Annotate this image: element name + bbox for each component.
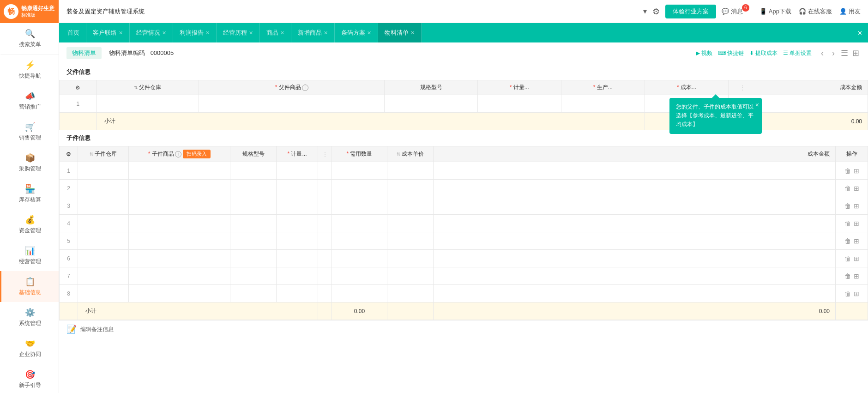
trial-button[interactable]: 体验行业方案 xyxy=(665,5,716,18)
list-view-btn[interactable]: ☰ xyxy=(839,48,850,58)
copy-icon-row-5[interactable]: ⊞ xyxy=(854,237,859,245)
tab-bom-close[interactable]: ✕ xyxy=(410,30,415,36)
child-row-3-unit[interactable] xyxy=(277,197,318,215)
sidebar-item-guide[interactable]: 🎯 新手引导 xyxy=(0,364,59,393)
child-row-7-goods[interactable] xyxy=(129,267,230,285)
tab-operation[interactable]: 经营情况 ✕ xyxy=(130,23,173,42)
user-item[interactable]: 👤 用友 xyxy=(839,7,861,16)
child-row-2-unit[interactable] xyxy=(277,180,318,197)
parent-col-resize[interactable]: ⋮ xyxy=(729,80,756,95)
copy-icon-row-6[interactable]: ⊞ xyxy=(854,255,859,262)
child-row-6-unit[interactable] xyxy=(277,250,318,267)
tab-customer-close[interactable]: ✕ xyxy=(119,30,123,36)
close-all-tabs[interactable]: ✕ xyxy=(854,30,866,36)
child-row-2-cost-amount[interactable] xyxy=(434,180,836,197)
parent-row-1-warehouse[interactable] xyxy=(96,95,199,113)
tab-profit[interactable]: 利润报告 ✕ xyxy=(173,23,217,42)
child-row-4-cost-amount[interactable] xyxy=(434,215,836,232)
child-row-6-cost-amount[interactable] xyxy=(434,250,836,267)
view-action[interactable]: ▶ 视频 xyxy=(696,49,712,57)
tab-history[interactable]: 经营历程 ✕ xyxy=(217,23,260,42)
child-row-1-cost-amount[interactable] xyxy=(434,162,836,180)
child-row-8-spec[interactable] xyxy=(230,285,277,302)
child-row-7-unit[interactable] xyxy=(277,267,318,285)
child-row-7-warehouse[interactable] xyxy=(78,267,129,285)
tab-home[interactable]: 首页 xyxy=(61,23,86,42)
child-row-4-goods[interactable] xyxy=(129,215,230,232)
message-item[interactable]: 💬 消息 6 xyxy=(722,7,752,16)
child-row-5-unit-price[interactable] xyxy=(387,232,434,250)
tab-new-goods[interactable]: 新增商品 ✕ xyxy=(291,23,335,42)
sidebar-item-search[interactable]: 🔍 搜索菜单 xyxy=(0,23,59,54)
child-row-8-quantity[interactable] xyxy=(332,285,387,302)
delete-icon-row-6[interactable]: 🗑 xyxy=(844,255,851,262)
child-row-4-unit[interactable] xyxy=(277,215,318,232)
child-goods-info-icon[interactable]: i xyxy=(175,151,181,157)
next-btn[interactable]: › xyxy=(828,48,838,58)
child-row-1-quantity[interactable] xyxy=(332,162,387,180)
child-row-2-spec[interactable] xyxy=(230,180,277,197)
extract-cost-action[interactable]: ⬇ 提取成本 xyxy=(749,49,778,57)
tab-profit-close[interactable]: ✕ xyxy=(205,30,210,36)
delete-icon-row-7[interactable]: 🗑 xyxy=(844,272,851,280)
tab-barcode-close[interactable]: ✕ xyxy=(367,30,371,36)
app-download-item[interactable]: 📱 App下载 xyxy=(760,7,791,16)
child-row-5-cost-amount[interactable] xyxy=(434,232,836,250)
child-row-6-unit-price[interactable] xyxy=(387,250,434,267)
copy-icon-row-1[interactable]: ⊞ xyxy=(854,167,859,175)
child-row-5-spec[interactable] xyxy=(230,232,277,250)
child-col-settings[interactable]: ⚙ xyxy=(60,146,78,162)
tab-new-goods-close[interactable]: ✕ xyxy=(324,30,328,36)
child-row-7-cost-amount[interactable] xyxy=(434,267,836,285)
shortcut-action[interactable]: ⌨ 快捷键 xyxy=(718,49,744,57)
topbar-dropdown-arrow[interactable]: ▾ xyxy=(643,7,647,16)
sidebar-item-sales[interactable]: 🛒 销售管理 xyxy=(0,116,59,147)
child-row-3-unit-price[interactable] xyxy=(387,197,434,215)
child-row-7-quantity[interactable] xyxy=(332,267,387,285)
sidebar-item-marketing[interactable]: 📣 营销推广 xyxy=(0,85,59,116)
parent-row-1-goods[interactable] xyxy=(199,95,385,113)
parent-row-1-cost-amount[interactable] xyxy=(756,95,868,113)
tooltip-close-btn[interactable]: × xyxy=(755,100,759,110)
parent-row-1-spec[interactable] xyxy=(385,95,477,113)
child-row-5-warehouse[interactable] xyxy=(78,232,129,250)
copy-icon-row-3[interactable]: ⊞ xyxy=(854,202,859,210)
parent-row-1-unit[interactable] xyxy=(477,95,561,113)
child-row-2-quantity[interactable] xyxy=(332,180,387,197)
child-row-7-unit-price[interactable] xyxy=(387,267,434,285)
expand-btn[interactable]: ⊞ xyxy=(850,48,861,58)
child-row-1-goods[interactable] xyxy=(129,162,230,180)
child-row-8-unit[interactable] xyxy=(277,285,318,302)
child-row-8-goods[interactable] xyxy=(129,285,230,302)
child-row-3-goods[interactable] xyxy=(129,197,230,215)
tab-customer[interactable]: 客户联络 ✕ xyxy=(86,23,130,42)
tab-goods[interactable]: 商品 ✕ xyxy=(260,23,291,42)
sidebar-item-purchase[interactable]: 📦 采购管理 xyxy=(0,147,59,178)
sidebar-item-quick-nav[interactable]: ⚡ 快捷导航 xyxy=(0,54,59,85)
child-row-1-spec[interactable] xyxy=(230,162,277,180)
tab-goods-close[interactable]: ✕ xyxy=(280,30,284,36)
sidebar-item-cooperation[interactable]: 🤝 企业协同 xyxy=(0,333,59,364)
parent-col-settings[interactable]: ⚙ xyxy=(60,80,97,95)
sidebar-item-inventory[interactable]: 🏪 库存核算 xyxy=(0,178,59,209)
sidebar-item-finance[interactable]: 💰 资金管理 xyxy=(0,209,59,240)
child-row-8-cost-amount[interactable] xyxy=(434,285,836,302)
sidebar-item-system[interactable]: ⚙️ 系统管理 xyxy=(0,302,59,333)
online-service-item[interactable]: 🎧 在线客服 xyxy=(799,7,832,16)
child-row-3-quantity[interactable] xyxy=(332,197,387,215)
tab-bom[interactable]: 物料清单 ✕ xyxy=(378,23,422,42)
child-row-1-unit-price[interactable] xyxy=(387,162,434,180)
child-row-1-warehouse[interactable] xyxy=(78,162,129,180)
delete-icon-row-2[interactable]: 🗑 xyxy=(844,185,851,192)
child-row-6-goods[interactable] xyxy=(129,250,230,267)
child-row-3-spec[interactable] xyxy=(230,197,277,215)
delete-icon-row-1[interactable]: 🗑 xyxy=(844,167,851,175)
child-row-6-warehouse[interactable] xyxy=(78,250,129,267)
child-row-3-warehouse[interactable] xyxy=(78,197,129,215)
child-row-1-unit[interactable] xyxy=(277,162,318,180)
copy-icon-row-2[interactable]: ⊞ xyxy=(854,185,859,192)
delete-icon-row-5[interactable]: 🗑 xyxy=(844,237,851,245)
delete-icon-row-3[interactable]: 🗑 xyxy=(844,202,851,210)
child-row-5-unit[interactable] xyxy=(277,232,318,250)
tab-barcode[interactable]: 条码方案 ✕ xyxy=(335,23,378,42)
